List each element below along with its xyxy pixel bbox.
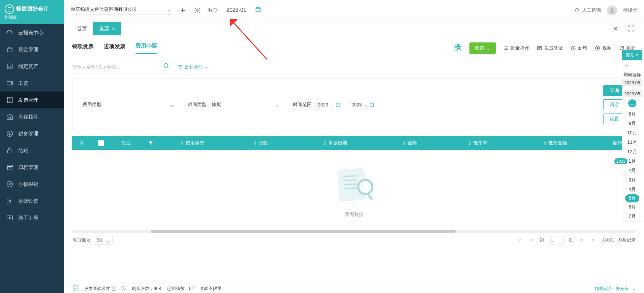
expense-type-select[interactable]: ⌄ (107, 100, 174, 110)
fullscreen-button[interactable]: ⛶ (625, 24, 637, 34)
deduct-log-link[interactable]: 扣费记录 (595, 286, 612, 292)
sidebar-item-inventory[interactable]: 库存核算 (0, 108, 64, 125)
rail-month[interactable]: 10月 (627, 128, 637, 138)
page-number-input[interactable] (549, 236, 564, 245)
per-page-select[interactable]: 50 ⌄ (94, 236, 113, 245)
close-all-button[interactable]: ✕ (610, 24, 621, 34)
rail-month[interactable]: 12月 (627, 147, 637, 157)
table-header: 凭证 ▲▼费用类型 ▲▼张数 ▲▼单据日期 ▲▼金额 ▲▼抵扣率 ▲▼抵扣金额 … (72, 136, 636, 150)
date-to-input[interactable]: 2023-... (350, 101, 374, 109)
col-filter-button[interactable] (143, 140, 158, 146)
next-page-button[interactable]: > (578, 237, 585, 243)
col-deduct-rate[interactable]: ▲▼抵扣率 (444, 140, 512, 146)
first-page-button[interactable]: |< (515, 237, 523, 243)
col-deduct-amount[interactable]: ▲▼抵扣金额 (512, 140, 599, 146)
add-company-button[interactable] (179, 6, 187, 14)
rail-range-to[interactable]: 2023.05 (622, 90, 642, 97)
col-label: 单据日期 (328, 140, 347, 146)
horizontal-scrollbar[interactable] (72, 230, 636, 233)
add-button[interactable]: 新增 (571, 45, 587, 51)
invoice-icon (6, 96, 13, 104)
subtab-purchase[interactable]: 进项发票 (104, 43, 125, 54)
sidebar-item-guide[interactable]: 新手引导 (0, 209, 64, 226)
search-input[interactable] (72, 64, 163, 70)
filter-icon (178, 65, 183, 69)
col-count[interactable]: ▲▼张数 (227, 140, 295, 146)
settings-button[interactable] (193, 6, 202, 14)
last-page-button[interactable]: >| (590, 237, 598, 243)
sidebar-item-report-center[interactable]: 云报表中心 (0, 24, 64, 41)
subtab-expense[interactable]: 费用小票 (135, 42, 157, 54)
gen-voucher-button[interactable]: 生成凭证 (537, 45, 563, 51)
per-page-label: 每页显示 (72, 237, 91, 243)
chevron-down-icon: ⌄ (486, 45, 490, 51)
consult-link[interactable]: 人工咨询 (574, 7, 601, 13)
rail-month[interactable]: 8月 (628, 109, 636, 119)
rail-collapse-button[interactable]: » (623, 60, 630, 70)
rail-month[interactable]: 11月 (627, 138, 637, 147)
action-label: 批量操作 (511, 45, 529, 51)
svg-rect-0 (7, 64, 12, 69)
tab-invoice[interactable]: 发票 × (93, 22, 121, 35)
chevron-down-icon[interactable]: ⌄ (632, 286, 636, 291)
subtab-sales[interactable]: 销项发票 (72, 43, 94, 54)
period-value[interactable]: 2023-01 (224, 6, 248, 14)
user-avatar[interactable] (607, 5, 617, 15)
prev-page-button[interactable]: < (528, 237, 535, 243)
sidebar-item-salary[interactable]: 工资 (0, 75, 64, 92)
building-icon (6, 63, 13, 70)
recharge-link[interactable]: 去充值 (616, 286, 629, 292)
qr-icon[interactable] (454, 43, 462, 53)
sidebar-item-closing[interactable]: 结账 (0, 142, 64, 159)
rail-month[interactable]: 3月 (628, 175, 636, 185)
col-voucher[interactable]: 凭证 (109, 140, 143, 146)
calendar-icon[interactable] (255, 6, 261, 14)
search-icon[interactable] (163, 63, 170, 71)
svg-rect-15 (459, 44, 461, 46)
svg-rect-7 (8, 166, 12, 170)
sidebar-item-reimburse[interactable]: 小畅报销 (0, 176, 64, 193)
rail-month-current[interactable]: 5月 (625, 194, 639, 202)
rail-month[interactable]: 4月 (628, 185, 636, 194)
column-settings-button[interactable] (72, 140, 92, 146)
video-button[interactable]: 视频 (595, 45, 612, 51)
fetch-invoice-button[interactable]: 取票 ⌄ (469, 42, 496, 54)
svg-point-20 (164, 64, 168, 68)
scroll-thumb[interactable] (151, 230, 455, 233)
rail-month[interactable]: 2023 1月 (628, 157, 636, 166)
date-from-input[interactable]: 2023-... (317, 101, 341, 109)
time-type-select[interactable]: 账期 ⌄ (212, 100, 279, 110)
page-tabs: 首页 发票 × ✕ ⛶ (64, 21, 644, 37)
search-box[interactable] (72, 61, 170, 73)
period-rail: » 期间选择 2023.05 | 2023.05 ︽ 8月 9月 10月 11月… (622, 60, 642, 222)
rail-header-button[interactable]: 账期 ▼ (622, 50, 642, 60)
funnel-icon (148, 140, 153, 146)
batch-action-button[interactable]: 批量操作 (503, 45, 529, 51)
rail-range-from[interactable]: 2023.05 (622, 79, 642, 86)
rail-month[interactable]: 9月 (628, 119, 636, 128)
tab-label: 发票 (99, 26, 109, 32)
rail-month[interactable]: 2月 (628, 166, 636, 175)
sidebar-item-invoice[interactable]: 发票管理 (0, 92, 64, 108)
sidebar-item-settings[interactable]: 基础设置 (0, 193, 64, 209)
tab-home[interactable]: 首页 (71, 22, 93, 35)
rail-scroll-up[interactable]: ︽ (628, 99, 636, 107)
more-conditions-toggle[interactable]: 更多条件 ︿ (178, 64, 209, 70)
col-doc-date[interactable]: ▲▼单据日期 (295, 140, 375, 146)
person-icon (609, 7, 615, 13)
rail-month[interactable]: 6月 (628, 202, 636, 212)
sidebar-item-tax[interactable]: 税务管理 (0, 125, 64, 142)
sidebar-item-archive[interactable]: 归档管理 (0, 159, 64, 176)
col-amount[interactable]: ▲▼金额 (375, 140, 444, 146)
help-icon[interactable]: ? (121, 286, 126, 291)
sidebar-item-fund[interactable]: 资金管理 (0, 41, 64, 58)
close-icon[interactable]: × (112, 26, 115, 32)
user-name[interactable]: 徐泽华 (623, 7, 637, 13)
col-expense-type[interactable]: ▲▼费用类型 (158, 140, 227, 146)
action-label: 视频 (602, 45, 612, 51)
select-all-checkbox[interactable] (92, 140, 109, 146)
company-selector[interactable]: 重庆畅捷交通信息咨询有限公司 ⌄ (71, 6, 172, 15)
sidebar-item-fixed-asset[interactable]: 固定资产 (0, 58, 64, 75)
rail-month[interactable]: 7月 (628, 212, 636, 221)
content-area: 销项发票 进项发票 费用小票 取票 ⌄ 批量操作 (64, 37, 644, 293)
